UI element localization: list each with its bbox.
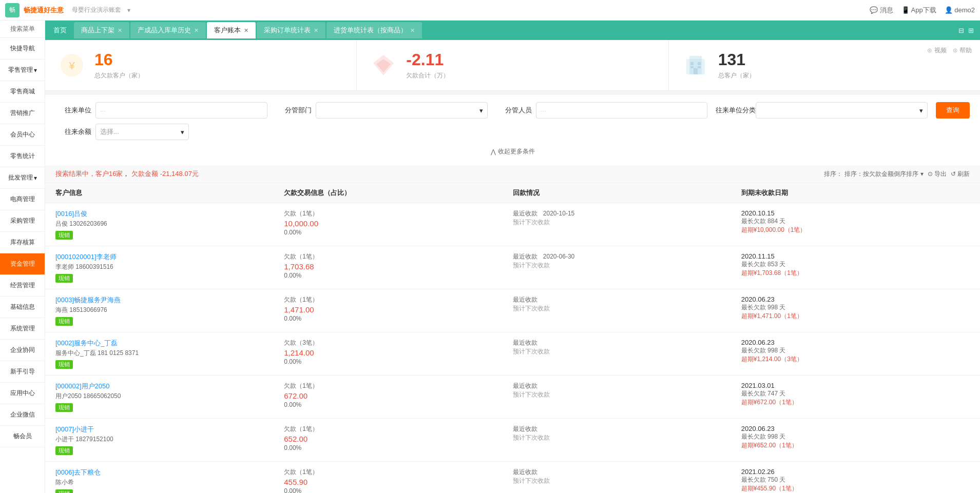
collection-label-5: 最近收款	[513, 425, 741, 433]
stat-body-1: 16 总欠款客户（家）	[94, 50, 144, 80]
customer-id-3[interactable]: [0002]服务中心_丁磊	[55, 339, 284, 348]
customer-tag-4: 现销	[55, 403, 73, 412]
search-button[interactable]: 查询	[936, 102, 970, 119]
overdue-date-3: 2020.06.23	[741, 339, 970, 346]
sidebar-item-inventory[interactable]: 库存核算	[0, 232, 45, 253]
filter-select-balance[interactable]: 选择... ▾	[95, 124, 189, 140]
sort-select[interactable]: 排序：排序：按欠款金额倒序排序 ▾	[824, 170, 924, 179]
svg-rect-10	[698, 66, 701, 68]
tab-close-4[interactable]: ✕	[314, 27, 318, 34]
customer-id-4[interactable]: [000002]用户2050	[55, 382, 284, 391]
debt-percent-2: 0.00%	[284, 315, 512, 322]
tab-close-5[interactable]: ✕	[410, 27, 415, 34]
sidebar-item-retail-mall[interactable]: 零售商城	[0, 81, 45, 103]
tab-inbound-summary[interactable]: 进货单统计表（按商品） ✕	[326, 22, 422, 38]
customer-id-6[interactable]: [0006]去下粮仓	[55, 468, 284, 477]
overdue-amount-1[interactable]: 超期¥1,703.68（1笔）	[741, 269, 970, 278]
customer-info-0: [0016]吕俊 吕俊 13026203696 现销	[55, 209, 284, 240]
filter-select-dept[interactable]: ▾	[316, 102, 488, 119]
result-debt-label: 欠款金额	[131, 170, 158, 178]
stat-icon-building	[681, 51, 710, 80]
sidebar-item-marketing[interactable]: 营销推广	[0, 103, 45, 124]
overdue-amount-0[interactable]: 超期¥10,000.00（1笔）	[741, 226, 970, 234]
debt-info-3: 欠款（3笔） 1,214.00 0.00%	[284, 339, 512, 369]
sidebar-item-changhui[interactable]: 畅会员	[0, 426, 45, 447]
tab-customer-account[interactable]: 客户账本 ✕	[207, 22, 256, 38]
sidebar-item-enterprise-wechat[interactable]: 企业微信	[0, 404, 45, 426]
filter-item-dept: 分管部门 ▾	[276, 102, 488, 119]
customer-id-2[interactable]: [0003]畅捷服务尹海燕	[55, 295, 284, 305]
customer-id-5[interactable]: [0007]小进干	[55, 425, 284, 434]
debt-info-5: 欠款（1笔） 652.00 0.00%	[284, 425, 512, 455]
customer-id-1[interactable]: [0001020001]李老师	[55, 252, 284, 262]
overdue-amount-5[interactable]: 超期¥652.00（1笔）	[741, 441, 970, 450]
customer-id-0[interactable]: [0016]吕俊	[55, 209, 284, 219]
tab-maximize[interactable]: ⊞	[968, 27, 974, 34]
collection-info-1: 最近收款 2020-06-30 预计下次收款	[513, 252, 741, 283]
filter-item-balance: 往来余额 选择... ▾	[55, 124, 189, 140]
overdue-amount-4[interactable]: 超期¥672.00（1笔）	[741, 398, 970, 407]
refresh-btn[interactable]: ↺ 刷新	[951, 170, 970, 179]
tab-home[interactable]: 首页	[47, 22, 73, 38]
customer-tag-5: 现销	[55, 446, 73, 455]
tab-minimize[interactable]: ⊟	[958, 27, 964, 34]
filter-label-category: 往来单位分类	[716, 106, 752, 115]
stat-icon-diamond	[369, 51, 398, 80]
overdue-amount-6[interactable]: 超期¥455.90（1笔）	[741, 484, 970, 493]
sidebar-item-basic-info[interactable]: 基础信息	[0, 297, 45, 318]
sidebar-item-wholesale-mgmt[interactable]: 批发管理▾	[0, 167, 45, 189]
debt-amount-4: 672.00	[284, 391, 512, 400]
stat-body-2: -2.11 欠款合计（万）	[406, 50, 449, 80]
filter-label-dept: 分管部门	[276, 106, 312, 115]
overdue-amount-2[interactable]: 超期¥1,471.00（1笔）	[741, 312, 970, 321]
sidebar-item-membership[interactable]: 会员中心	[0, 124, 45, 146]
tab-close-2[interactable]: ✕	[194, 27, 199, 34]
svg-rect-6	[694, 68, 698, 74]
tab-purchase-summary[interactable]: 采购订单统计表 ✕	[257, 22, 325, 38]
tab-product-onoff[interactable]: 商品上下架 ✕	[74, 22, 129, 38]
tab-close-1[interactable]: ✕	[118, 27, 122, 34]
help-btn[interactable]: ⊙ 帮助	[953, 46, 972, 55]
collection-info-5: 最近收款 预计下次收款	[513, 425, 741, 455]
message-btn[interactable]: 💬 消息	[870, 6, 893, 15]
view-btn[interactable]: ⊙ 视频	[927, 46, 946, 55]
sidebar-item-operations[interactable]: 经营管理	[0, 275, 45, 297]
tab-production-history[interactable]: 产成品入库单历史 ✕	[130, 22, 206, 38]
stats-row: ¥ 16 总欠款客户（家）	[45, 40, 980, 91]
app-download-btn[interactable]: 📱 App下载	[901, 6, 936, 15]
sidebar-item-retail-stats[interactable]: 零售统计	[0, 146, 45, 167]
sidebar-item-system-mgmt[interactable]: 系统管理	[0, 318, 45, 340]
overdue-days-1: 最长欠款 853 天	[741, 260, 970, 269]
overdue-days-0: 最长欠款 884 天	[741, 217, 970, 226]
sort-label: 排序：按欠款金额倒序排序	[844, 170, 918, 179]
debt-amount-1: 1,703.68	[284, 262, 512, 271]
sidebar-search[interactable]: 搜索菜单	[0, 21, 45, 38]
table-header: 客户信息 欠款交易信息（占比） 回款情况 到期未收款日期	[45, 183, 980, 203]
user-avatar[interactable]: 👤 demo2	[945, 6, 975, 14]
table-row: [0003]畅捷服务尹海燕 海燕 18513066976 现销 欠款（1笔） 1…	[45, 289, 980, 332]
customer-contact-4: 用户2050 18665062050	[55, 392, 284, 401]
collection-next-2: 预计下次收款	[513, 304, 741, 313]
export-btn[interactable]: ⊙ 导出	[928, 170, 947, 179]
filter-input-supplier[interactable]: ···	[95, 102, 267, 119]
sidebar-item-retail-mgmt[interactable]: 零售管理▾	[0, 60, 45, 81]
top-bar-right: 💬 消息 📱 App下载 👤 demo2	[870, 6, 975, 15]
debt-info-4: 欠款（1笔） 672.00 0.00%	[284, 382, 512, 412]
sidebar-item-enterprise-collab[interactable]: 企业协同	[0, 340, 45, 361]
dropdown-arrow[interactable]: ▾	[127, 7, 130, 14]
overdue-amount-3[interactable]: 超期¥1,214.00（3笔）	[741, 355, 970, 364]
stat-number-2: -2.11	[406, 50, 449, 69]
sidebar-item-app-center[interactable]: 应用中心	[0, 383, 45, 404]
filter-input-person[interactable]: ···	[536, 102, 708, 119]
overdue-date-4: 2021.03.01	[741, 382, 970, 389]
collapse-filter-btn[interactable]: ⋀ 收起更多条件	[55, 145, 970, 158]
sidebar-item-finance[interactable]: 资金管理	[0, 253, 45, 275]
tab-close-3[interactable]: ✕	[244, 27, 248, 34]
sidebar-item-ecommerce[interactable]: 电商管理	[0, 189, 45, 210]
filter-select-category[interactable]: ▾	[756, 102, 928, 119]
customer-tag-2: 现销	[55, 317, 73, 326]
customer-tag-1: 现销	[55, 274, 73, 283]
sidebar-item-purchase-mgmt[interactable]: 采购管理	[0, 210, 45, 232]
sidebar-item-beginner-guide[interactable]: 新手引导	[0, 361, 45, 383]
top-bar-left: 畅 畅捷通好生意 母婴行业演示账套 ▾	[5, 3, 130, 17]
